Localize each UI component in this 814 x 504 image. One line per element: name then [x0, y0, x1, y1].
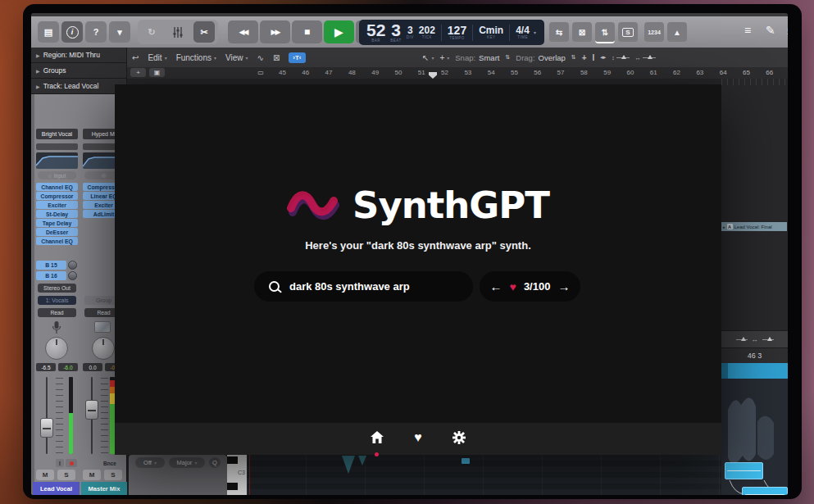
- track-name-tab[interactable]: Lead Vocal: [33, 482, 80, 495]
- play-button[interactable]: ▶: [324, 20, 354, 43]
- output-slot[interactable]: Stereo Out: [38, 284, 76, 293]
- forward-button[interactable]: ▶▶: [260, 20, 290, 43]
- piano-roll-grid[interactable]: [247, 455, 721, 495]
- input-monitor-button[interactable]: I: [56, 459, 64, 467]
- quantize-button[interactable]: Q: [209, 457, 221, 468]
- library-button[interactable]: ▤: [38, 21, 59, 43]
- input-slot[interactable]: ○Input: [38, 171, 76, 179]
- region-inspector-row[interactable]: ▶Region: MIDI Thru: [31, 48, 127, 63]
- editor-ruler-bar[interactable]: [721, 363, 788, 379]
- groups-inspector-row[interactable]: ▶Groups: [31, 63, 127, 79]
- home-tab[interactable]: [371, 430, 384, 444]
- flex-pitch-note[interactable]: [725, 462, 763, 479]
- drag-menu[interactable]: Drag:Overlap: [516, 53, 566, 62]
- stop-button[interactable]: ■: [292, 20, 322, 43]
- plugin-slot[interactable]: Exciter: [36, 201, 78, 209]
- volume-fader[interactable]: [85, 400, 98, 420]
- catch-playhead-button[interactable]: ›T‹: [289, 52, 305, 63]
- lcd-display[interactable]: 52BAR 3BEAT 3DIV 202TICK 127TEMPO CminKE…: [359, 20, 544, 45]
- patch-name[interactable]: Bright Vocal: [36, 129, 78, 139]
- quick-help-button[interactable]: ?: [85, 21, 107, 43]
- send-knob[interactable]: [68, 261, 77, 270]
- black-key[interactable]: [227, 483, 238, 490]
- autopunch-button[interactable]: ⇅: [595, 22, 615, 43]
- count-in-button[interactable]: 1234: [644, 22, 664, 42]
- mixer-button[interactable]: [167, 21, 189, 43]
- audio-editor[interactable]: [721, 379, 788, 495]
- split-button[interactable]: ✂: [193, 21, 215, 43]
- volume-value[interactable]: -6.5: [36, 363, 56, 371]
- favorites-tab[interactable]: ♥: [412, 430, 425, 444]
- plugin-slot[interactable]: Tape Delay: [36, 219, 78, 227]
- automation-mode[interactable]: Read: [38, 308, 76, 317]
- volume-fader[interactable]: [40, 418, 53, 438]
- toolbar-toggle-button[interactable]: ▾: [109, 21, 130, 43]
- bounce-button[interactable]: Bnce: [96, 459, 124, 467]
- inspector-button[interactable]: i: [61, 21, 83, 43]
- previous-result-button[interactable]: ←: [490, 279, 502, 293]
- settings-tab[interactable]: [452, 430, 466, 444]
- plugin-slot[interactable]: Channel EQ: [36, 183, 78, 191]
- skip-cycle-button[interactable]: ⊠: [572, 22, 592, 42]
- drag-stepper-icon[interactable]: ⇅: [571, 54, 576, 61]
- cycle-button[interactable]: ⇆: [549, 22, 569, 42]
- editor-hzoom-slider[interactable]: [762, 339, 774, 340]
- piano-keys[interactable]: C3: [227, 455, 247, 495]
- volume-value[interactable]: 0.0: [83, 363, 102, 371]
- functions-menu[interactable]: Functions▾: [176, 53, 216, 62]
- vertical-zoom-slider[interactable]: ↕: [612, 55, 630, 61]
- audio-track-header[interactable]: ▸ A Lead Vocal: Final: [721, 222, 787, 231]
- playhead-marker[interactable]: [429, 72, 437, 79]
- midi-draw-icon[interactable]: ⊠: [273, 53, 280, 62]
- solo-button[interactable]: S: [57, 470, 75, 480]
- editor-vzoom-slider[interactable]: [736, 339, 748, 340]
- metronome-button[interactable]: ▲: [667, 22, 687, 42]
- ibeam-tool-icon[interactable]: I: [593, 53, 595, 62]
- checkbox-icon[interactable]: ▭: [255, 68, 266, 77]
- solo-button[interactable]: S: [104, 470, 122, 480]
- plugin-slot[interactable]: St-Delay: [36, 210, 78, 218]
- undo-button[interactable]: ↻: [141, 21, 162, 43]
- crosshair-tool-icon[interactable]: +: [582, 53, 587, 62]
- plugin-slot[interactable]: Compressor: [36, 192, 78, 200]
- favorite-heart-icon[interactable]: ♥: [510, 280, 516, 293]
- track-name-tab[interactable]: Master Mix: [81, 482, 127, 495]
- midi-note[interactable]: [462, 458, 470, 464]
- record-enable-button[interactable]: [66, 459, 77, 467]
- eq-thumbnail[interactable]: [36, 152, 78, 169]
- send-knob[interactable]: [68, 271, 77, 280]
- secondary-tool-menu[interactable]: +▾: [439, 53, 449, 62]
- pan-knob[interactable]: [45, 337, 68, 360]
- rewind-button[interactable]: ◀◀: [228, 20, 258, 43]
- lcd-chevron-icon[interactable]: ▾: [534, 30, 536, 35]
- list-editors-icon[interactable]: ≡: [744, 24, 751, 37]
- scale-onoff-menu[interactable]: Off▾: [135, 457, 165, 468]
- add-track-button[interactable]: +: [130, 68, 146, 77]
- horizontal-zoom-slider[interactable]: ↔: [635, 55, 656, 61]
- pan-knob[interactable]: [92, 337, 115, 360]
- group-slot[interactable]: 1: Vocals: [38, 296, 76, 305]
- peak-value[interactable]: -6.0: [58, 363, 78, 371]
- midi-in-icon[interactable]: ↩: [132, 53, 139, 62]
- plugin-slot[interactable]: DeEsser: [36, 228, 78, 236]
- pointer-tool-menu[interactable]: ↖▾: [422, 53, 434, 62]
- send-slot[interactable]: B 16: [36, 271, 66, 280]
- next-result-button[interactable]: →: [557, 279, 570, 293]
- marquee-tool-icon[interactable]: ◂▸: [600, 54, 606, 61]
- send-slot[interactable]: B 15: [36, 261, 66, 270]
- black-key[interactable]: [227, 456, 238, 464]
- apple-loops-icon[interactable]: Ω: [787, 24, 788, 37]
- prompt-search-field[interactable]: dark 80s synthwave arp: [254, 271, 473, 302]
- solo-mode-button[interactable]: S: [618, 22, 638, 42]
- snap-menu[interactable]: Snap:Smart: [455, 53, 499, 62]
- automation-icon[interactable]: ∿: [257, 53, 264, 62]
- mute-button[interactable]: M: [83, 470, 101, 480]
- track-inspector-row[interactable]: ▶Track: Lead Vocal: [31, 79, 127, 94]
- note-pads-icon[interactable]: ✎: [766, 24, 775, 37]
- plugin-slot[interactable]: Channel EQ: [36, 237, 78, 245]
- edit-menu[interactable]: Edit▾: [148, 53, 166, 62]
- bar-ruler[interactable]: + ▣ ▭ 4546474849505152535455565758596061…: [127, 67, 788, 79]
- flex-pitch-note[interactable]: [742, 487, 788, 495]
- mute-button[interactable]: M: [36, 470, 54, 480]
- view-menu[interactable]: View▾: [225, 53, 248, 62]
